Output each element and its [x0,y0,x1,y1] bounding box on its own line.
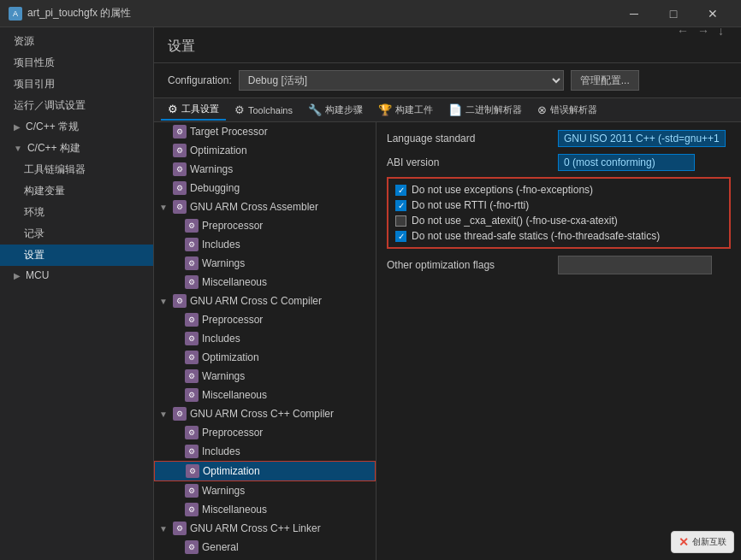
minimize-button[interactable]: ─ [614,0,654,27]
tree-asm-misc[interactable]: ⚙ Miscellaneous [154,273,376,292]
manage-config-button[interactable]: 管理配置... [571,70,639,91]
tree-c-misc[interactable]: ⚙ Miscellaneous [154,386,376,404]
tree-debugging[interactable]: ⚙ Debugging [154,179,376,197]
config-bar: Configuration: Debug [活动] 管理配置... [154,63,741,98]
title-bar: A art_pi_touchgfx 的属性 ─ □ ✕ [0,0,741,27]
tree-asm-includes[interactable]: ⚙ Includes [154,235,376,254]
sidebar-label-run-debug: 运行／调试设置 [14,98,86,113]
checkbox-rtti[interactable]: ✓ [395,200,406,211]
tree-label-c-includes: Includes [202,333,240,345]
close-button[interactable]: ✕ [693,0,732,27]
sidebar-item-cpp-general[interactable]: ▶ C/C++ 常规 [0,116,153,138]
expand-icon: ▼ [159,203,169,212]
tree-c-optimization[interactable]: ⚙ Optimization [154,348,376,367]
sidebar-item-toolchain-editor[interactable]: 工具链编辑器 [0,159,153,180]
tree-label-c-preprocessor: Preprocessor [202,314,263,326]
expand-icon-cpp-build: ▼ [14,144,22,153]
gear-icon: ⚙ [185,484,199,498]
sidebar-label-env: 环境 [24,205,44,220]
checkbox-cxa-atexit[interactable] [395,215,406,227]
sidebar-item-mcu[interactable]: ▶ MCU [0,266,153,285]
tree-gnu-arm-cpp-linker[interactable]: ▼ ⚙ GNU ARM Cross C++ Linker [154,519,376,538]
tab-tool-settings-label: 工具设置 [181,103,219,115]
flags-label: Other optimization flags [387,259,558,271]
tree-label-gnu-arm-c-compiler: GNU ARM Cross C Compiler [190,295,322,307]
tree-asm-preprocessor[interactable]: ⚙ Preprocessor [154,216,376,235]
sidebar-item-resources[interactable]: 资源 [0,31,153,52]
tab-build-artifacts[interactable]: 🏆 构建工件 [371,100,440,120]
sidebar-item-run-debug[interactable]: 运行／调试设置 [0,95,153,116]
tree-label-linker-general: General [202,541,239,553]
tree-cpp-optimization[interactable]: ⚙ Optimization [154,461,376,481]
tree-linker-general[interactable]: ⚙ General [154,538,376,557]
tree-c-warnings[interactable]: ⚙ Warnings [154,367,376,386]
tree-gnu-arm-c-compiler[interactable]: ▼ ⚙ GNU ARM Cross C Compiler [154,292,376,310]
tree-label-c-warnings: Warnings [202,370,245,382]
tree-target-processor[interactable]: ⚙ Target Processor [154,122,376,141]
tab-build-steps[interactable]: 🔧 构建步骤 [301,100,370,120]
sidebar-item-logging[interactable]: 记录 [0,223,153,245]
sidebar-item-cpp-build[interactable]: ▼ C/C++ 构建 [0,138,153,159]
tree-gnu-arm-assembler[interactable]: ▼ ⚙ GNU ARM Cross Assembler [154,197,376,216]
checkbox-threadsafe-statics[interactable]: ✓ [395,231,406,242]
tab-tool-settings[interactable]: ⚙ 工具设置 [161,99,226,121]
tab-error-parser[interactable]: ⊗ 错误解析器 [531,100,604,120]
cb-row-1: ✓ Do not use RTTI (-fno-rtti) [395,199,722,211]
tree-warnings[interactable]: ⚙ Warnings [154,160,376,179]
tree-gnu-arm-cpp-compiler[interactable]: ▼ ⚙ GNU ARM Cross C++ Compiler [154,404,376,423]
gear-icon: ⚙ [173,181,187,195]
tree-asm-warnings[interactable]: ⚙ Warnings [154,254,376,273]
maximize-button[interactable]: □ [654,0,693,27]
tree-cpp-warnings[interactable]: ⚙ Warnings [154,481,376,500]
sidebar-item-settings[interactable]: 设置 [0,245,153,266]
gear-icon: ⚙ [173,125,187,139]
config-select[interactable]: Debug [活动] [239,70,564,91]
tree-cpp-misc[interactable]: ⚙ Miscellaneous [154,500,376,519]
expand-icon: ▼ [159,410,169,419]
tree-label-c-misc: Miscellaneous [202,389,267,401]
nav-back-button[interactable]: ← [673,27,692,39]
sidebar: 资源 项目性质 项目引用 运行／调试设置 ▶ C/C++ 常规 ▼ C/C++ … [0,27,154,560]
tree-label-target-processor: Target Processor [190,126,268,138]
settings-header: 设置 ← → ↓ [154,27,741,63]
lang-std-label: Language standard [387,133,558,144]
build-artifacts-icon: 🏆 [378,103,392,116]
tab-binary-parser[interactable]: 📄 二进制解析器 [442,100,529,120]
cb-label-3: Do not use thread-safe statics (-fno-thr… [412,230,660,242]
sidebar-label-resources: 资源 [14,34,34,49]
tree-label-warnings: Warnings [190,163,233,175]
toolchains-icon: ⚙ [234,103,245,116]
tree-c-includes[interactable]: ⚙ Includes [154,329,376,348]
tab-toolchains[interactable]: ⚙ Toolchains [228,100,299,120]
watermark-logo: ✕ [679,535,689,549]
tab-error-parser-label: 错误解析器 [550,103,597,116]
tree-label-c-optimization: Optimization [202,351,259,363]
tree-label-asm-includes: Includes [202,239,240,251]
tree-c-preprocessor[interactable]: ⚙ Preprocessor [154,310,376,329]
cb-row-2: Do not use _cxa_atexit() (-fno-use-cxa-a… [395,215,722,227]
tree-cpp-preprocessor[interactable]: ⚙ Preprocessor [154,423,376,442]
nav-forward-button[interactable]: → [694,27,713,39]
gear-icon: ⚙ [173,144,187,157]
app-icon: A [9,7,22,21]
sidebar-item-project-ref[interactable]: 项目引用 [0,74,153,95]
sidebar-item-env[interactable]: 环境 [0,202,153,223]
window-title: art_pi_touchgfx 的属性 [27,6,131,21]
error-parser-icon: ⊗ [537,103,547,116]
expand-icon-cpp-general: ▶ [14,122,21,132]
gear-icon: ⚙ [185,388,199,402]
cb-row-0: ✓ Do not use exceptions (-fno-exceptions… [395,184,722,196]
tabs-bar: ⚙ 工具设置 ⚙ Toolchains 🔧 构建步骤 🏆 构建工件 📄 二进制解… [154,98,741,122]
sidebar-item-project-props[interactable]: 项目性质 [0,52,153,74]
tree-cpp-includes[interactable]: ⚙ Includes [154,442,376,461]
sidebar-label-settings: 设置 [24,248,44,262]
tab-build-steps-label: 构建步骤 [325,103,363,116]
sidebar-item-build-vars[interactable]: 构建变量 [0,180,153,202]
tree-label-cpp-optimization: Optimization [203,465,260,477]
sidebar-label-toolchain-editor: 工具链编辑器 [24,162,86,177]
tree-optimization[interactable]: ⚙ Optimization [154,141,376,160]
flags-input[interactable] [558,256,712,274]
checkbox-exceptions[interactable]: ✓ [395,185,406,196]
split-pane: ⚙ Target Processor ⚙ Optimization ⚙ Warn… [154,122,741,560]
nav-down-button[interactable]: ↓ [714,27,727,39]
